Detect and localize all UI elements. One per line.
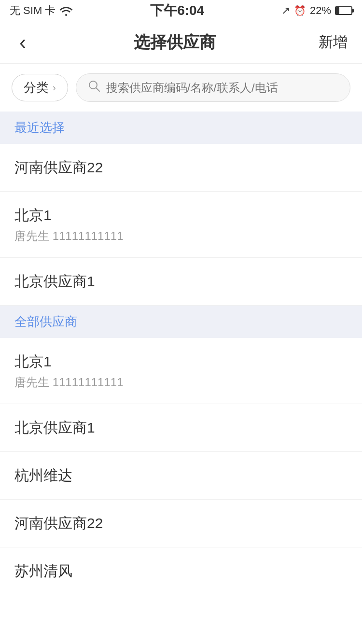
svg-line-1 (96, 88, 99, 91)
status-bar: 无 SIM 卡 下午6:04 ↗ ⏰ 22% (0, 0, 362, 21)
item-name: 杭州维达 (14, 465, 348, 486)
all-section-header: 全部供应商 (0, 306, 362, 338)
recent-section-header: 最近选择 (0, 112, 362, 144)
search-icon (88, 80, 100, 96)
item-contact: 唐先生 11111111111 (14, 228, 348, 244)
list-item[interactable]: 北京供应商1 (0, 404, 362, 452)
item-name: 北京1 (14, 351, 348, 372)
list-item[interactable]: 北京1唐先生 11111111111 (0, 338, 362, 404)
list-item[interactable]: 河南供应商22 (0, 144, 362, 192)
list-item[interactable]: 苏州清风 (0, 547, 362, 595)
item-name: 北京供应商1 (14, 271, 348, 292)
search-box[interactable] (76, 73, 350, 102)
alarm-icon: ⏰ (294, 5, 306, 16)
item-name: 河南供应商22 (14, 513, 348, 533)
all-section-label: 全部供应商 (14, 314, 77, 329)
sim-label: 无 SIM 卡 (10, 3, 56, 18)
recent-section-label: 最近选择 (14, 120, 65, 135)
item-name: 北京1 (14, 205, 348, 225)
filter-bar: 分类 › (0, 64, 362, 112)
battery-percent: 22% (310, 4, 331, 17)
item-contact: 唐先生 11111111111 (14, 375, 348, 390)
battery-icon (335, 6, 352, 15)
item-name: 苏州清风 (14, 561, 348, 581)
all-items-list: 北京1唐先生 11111111111北京供应商1杭州维达河南供应商22苏州清风 (0, 338, 362, 595)
back-button[interactable]: ‹ (14, 28, 31, 57)
item-name: 河南供应商22 (14, 157, 348, 178)
status-left: 无 SIM 卡 (10, 3, 73, 18)
category-button[interactable]: 分类 › (12, 74, 68, 101)
search-input[interactable] (106, 81, 338, 95)
nav-bar: ‹ 选择供应商 新增 (0, 21, 362, 64)
item-name: 北京供应商1 (14, 418, 348, 438)
status-right: ↗ ⏰ 22% (281, 4, 352, 17)
chevron-right-icon: › (53, 82, 56, 93)
list-item[interactable]: 河南供应商22 (0, 500, 362, 547)
recent-items-list: 河南供应商22北京1唐先生 11111111111北京供应商1 (0, 144, 362, 306)
page-title: 选择供应商 (134, 31, 216, 54)
list-item[interactable]: 北京1唐先生 11111111111 (0, 192, 362, 258)
location-icon: ↗ (281, 4, 290, 17)
list-item[interactable]: 北京供应商1 (0, 258, 362, 306)
wifi-icon (59, 5, 73, 16)
list-item[interactable]: 杭州维达 (0, 452, 362, 500)
add-button[interactable]: 新增 (319, 32, 348, 52)
category-label: 分类 (24, 79, 49, 96)
status-time: 下午6:04 (150, 1, 204, 20)
